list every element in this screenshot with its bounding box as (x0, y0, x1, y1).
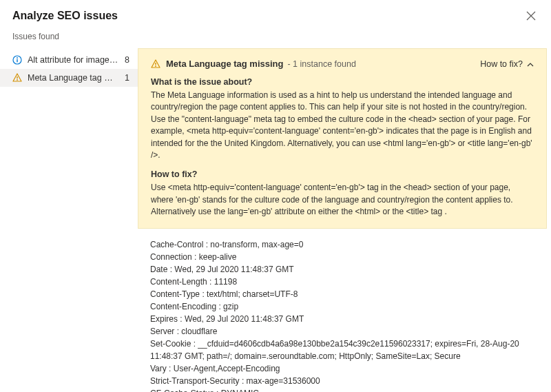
detail-header: Meta Language tag missing - 1 instance f… (151, 59, 534, 69)
panel-header: Analyze SEO issues (0, 0, 551, 30)
main-layout: Alt attribute for images is miss… 8 Meta… (0, 48, 551, 392)
response-header-line: CF-Cache-Status : DYNAMIC (150, 387, 534, 392)
issues-sidebar: Alt attribute for images is miss… 8 Meta… (0, 48, 138, 392)
response-headers: Cache-Control : no-transform, max-age=0C… (138, 229, 547, 392)
response-header-line: Strict-Transport-Security : max-age=3153… (150, 375, 534, 387)
svg-point-6 (155, 65, 156, 67)
sidebar-item-alt-attr[interactable]: Alt attribute for images is miss… 8 (0, 51, 138, 69)
response-header-line: Cache-Control : no-transform, max-age=0 (150, 238, 534, 251)
fix-heading: How to fix? (151, 169, 534, 179)
response-header-line: Date : Wed, 29 Jul 2020 11:48:37 GMT (150, 263, 534, 276)
issues-found-label: Issues found (0, 30, 551, 48)
response-header-line: Set-Cookie : __cfduid=d4606cdb4a6a98e130… (150, 338, 534, 362)
response-header-line: Server : cloudflare (150, 325, 534, 338)
svg-point-4 (17, 79, 18, 81)
issue-detail-panel: Meta Language tag missing - 1 instance f… (138, 48, 547, 229)
response-header-line: Content-Type : text/html; charset=UTF-8 (150, 288, 534, 300)
fix-body: Use <meta http-equiv='content-language' … (151, 182, 534, 218)
issue-content: Meta Language tag missing - 1 instance f… (138, 48, 551, 392)
warning-icon (12, 73, 22, 83)
response-header-line: Content-Encoding : gzip (150, 300, 534, 313)
sidebar-item-label: Meta Language tag missing (28, 73, 119, 83)
sidebar-item-count: 8 (125, 55, 129, 65)
response-header-line: Expires : Wed, 29 Jul 2020 11:48:37 GMT (150, 313, 534, 325)
response-header-line: Vary : User-Agent,Accept-Encoding (150, 362, 534, 375)
svg-rect-5 (155, 63, 156, 65)
sidebar-item-count: 1 (125, 73, 129, 83)
svg-rect-2 (17, 59, 17, 63)
about-heading: What is the issue about? (151, 77, 534, 87)
about-body: The Meta Language information is used as… (151, 90, 534, 161)
response-header-line: Connection : keep-alive (150, 251, 534, 263)
close-button[interactable] (523, 8, 539, 23)
how-to-fix-label: How to fix? (480, 59, 523, 69)
svg-point-1 (17, 57, 18, 59)
response-header-line: Content-Length : 11198 (150, 276, 534, 288)
chevron-up-icon (527, 61, 534, 68)
detail-subtitle: - 1 instance found (287, 59, 355, 69)
panel-title: Analyze SEO issues (12, 10, 118, 22)
info-icon (12, 55, 22, 65)
sidebar-item-meta-lang[interactable]: Meta Language tag missing 1 (0, 69, 138, 87)
warning-icon (151, 59, 160, 69)
how-to-fix-toggle[interactable]: How to fix? (480, 59, 534, 69)
sidebar-item-label: Alt attribute for images is miss… (28, 55, 119, 65)
svg-rect-3 (17, 76, 17, 79)
detail-title: Meta Language tag missing (166, 59, 283, 69)
close-icon (526, 11, 536, 21)
